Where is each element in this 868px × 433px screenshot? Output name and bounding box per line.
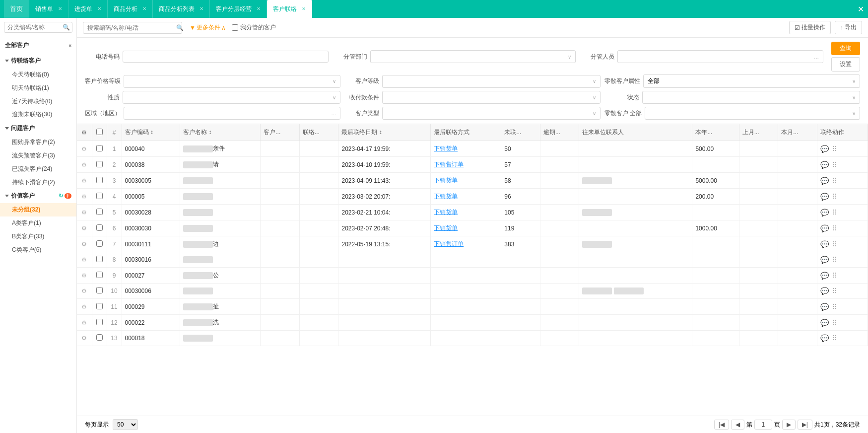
row-checkbox[interactable] (92, 220, 107, 236)
close-product-analysis-tab[interactable]: ✕ (142, 0, 146, 18)
last-contact-date-col-header[interactable]: 最后联络日期 ↕ (338, 124, 431, 141)
per-page-select[interactable]: 50 20 100 (113, 419, 138, 430)
last-page-btn[interactable]: ▶| (798, 420, 812, 430)
region-select[interactable]: … (124, 107, 340, 120)
action-chat-icon[interactable]: 💬 (820, 224, 829, 232)
sidebar-lost-customers[interactable]: 已流失客户(24) (0, 162, 76, 176)
last-month-col-header[interactable]: 上月... (739, 124, 778, 141)
last-contact-method-col-header[interactable]: 最后联络方式 (431, 124, 501, 141)
select-all-checkbox[interactable] (96, 129, 103, 135)
nav-customer-contact[interactable]: 客户联络 ✕ (267, 0, 312, 18)
contact-col-header[interactable]: 联络... (299, 124, 338, 141)
code-col-header[interactable]: 客户编码 ↕ (122, 124, 180, 141)
row-gear[interactable]: ⚙ (77, 220, 92, 236)
nav-product-analysis-list[interactable]: 商品分析列表 ✕ (153, 0, 210, 18)
nav-sales[interactable]: 销售单 ✕ (29, 0, 68, 18)
row-checkbox[interactable] (92, 268, 107, 284)
gear-col-header[interactable]: ⚙ (77, 124, 92, 141)
status-select[interactable]: ∨ (642, 91, 860, 104)
nav-home[interactable]: 首页 (4, 0, 29, 18)
action-menu-icon[interactable]: ⠿ (832, 177, 837, 185)
close-customer-contact-tab[interactable]: ✕ (302, 0, 306, 18)
close-customer-segment-tab[interactable]: ✕ (257, 0, 261, 18)
price-level-select[interactable]: ∨ (124, 75, 340, 88)
action-menu-icon[interactable]: ⠿ (832, 145, 837, 153)
my-customers-checkbox[interactable] (232, 24, 238, 31)
row-checkbox[interactable] (92, 189, 107, 205)
row-checkbox[interactable] (92, 331, 107, 346)
prev-page-btn[interactable]: ◀ (731, 420, 744, 430)
action-chat-icon[interactable]: 💬 (820, 319, 829, 327)
action-chat-icon[interactable]: 💬 (820, 177, 829, 185)
row-checkbox[interactable] (92, 205, 107, 220)
sidebar-today-pending[interactable]: 今天待联络(0) (0, 68, 76, 81)
action-chat-icon[interactable]: 💬 (820, 272, 829, 280)
value-refresh-icon[interactable]: ↻ (59, 193, 63, 199)
sidebar-collapse-icon[interactable]: « (68, 43, 71, 48)
scattered-select[interactable]: ∨ (645, 107, 860, 120)
sidebar-section-pending[interactable]: 待联络客户 (0, 54, 76, 68)
action-chat-icon[interactable]: 💬 (820, 256, 829, 264)
sidebar-section-value[interactable]: 价值客户 ↻ F (0, 189, 76, 203)
customer-type-select[interactable]: ∨ (382, 107, 600, 120)
sidebar-class-c[interactable]: C类客户(6) (0, 243, 76, 257)
this-month-col-header[interactable]: 本月... (778, 124, 817, 141)
action-menu-icon[interactable]: ⠿ (832, 240, 837, 248)
action-chat-icon[interactable]: 💬 (820, 161, 829, 169)
sidebar-declining-customers[interactable]: 持续下滑客户(2) (0, 176, 76, 189)
sidebar-tomorrow-pending[interactable]: 明天待联络(1) (0, 81, 76, 95)
next-page-btn[interactable]: ▶ (782, 420, 796, 430)
action-menu-icon[interactable]: ⠿ (832, 272, 837, 280)
nav-purchase[interactable]: 进货单 ✕ (68, 0, 108, 18)
row-gear[interactable]: ⚙ (77, 157, 92, 173)
reset-btn[interactable]: 设置 (831, 57, 860, 72)
action-menu-icon[interactable]: ⠿ (832, 161, 837, 169)
row-gear[interactable]: ⚙ (77, 236, 92, 252)
customer-level-select[interactable]: ∨ (382, 75, 600, 88)
row-checkbox[interactable] (92, 299, 107, 315)
manager-select[interactable]: … (617, 50, 823, 63)
close-product-analysis-list-tab[interactable]: ✕ (200, 0, 203, 18)
row-gear[interactable]: ⚙ (77, 331, 92, 346)
more-conditions-btn[interactable]: ▼ 更多条件 ∧ (190, 23, 226, 32)
close-sales-tab[interactable]: ✕ (58, 0, 62, 18)
sidebar-section-problem[interactable]: 问题客户 (0, 121, 76, 136)
export-btn[interactable]: ↑ 导出 (835, 21, 862, 34)
sidebar-overdue-pending[interactable]: 逾期未联络(30) (0, 108, 76, 121)
action-menu-icon[interactable]: ⠿ (832, 209, 837, 216)
row-gear[interactable]: ⚙ (77, 141, 92, 157)
search-input[interactable] (83, 22, 182, 34)
row-gear[interactable]: ⚙ (77, 284, 92, 299)
row-checkbox[interactable] (92, 284, 107, 299)
action-chat-icon[interactable]: 💬 (820, 193, 829, 201)
nature-select[interactable]: ∨ (123, 91, 340, 104)
nav-customer-segment[interactable]: 客户分层经营 ✕ (210, 0, 267, 18)
dept-select[interactable]: ∨ (370, 50, 576, 63)
action-chat-icon[interactable]: 💬 (820, 287, 829, 295)
sidebar-class-b[interactable]: B类客户(33) (0, 230, 76, 243)
page-number-input[interactable] (754, 420, 772, 430)
type-col-header[interactable]: 客户... (261, 124, 300, 141)
batch-operation-btn[interactable]: ☑ 批量操作 (789, 21, 831, 34)
query-btn[interactable]: 查询 (831, 42, 860, 55)
first-page-btn[interactable]: |◀ (714, 420, 729, 430)
phone-input[interactable] (123, 51, 329, 63)
action-menu-icon[interactable]: ⠿ (832, 287, 837, 295)
row-gear[interactable]: ⚙ (77, 173, 92, 189)
action-menu-icon[interactable]: ⠿ (832, 319, 837, 327)
action-menu-icon[interactable]: ⠿ (832, 193, 837, 201)
close-purchase-tab[interactable]: ✕ (97, 0, 101, 18)
search-btn-icon[interactable]: 🔍 (176, 24, 184, 31)
checkbox-col-header[interactable] (92, 124, 107, 141)
sidebar-class-a[interactable]: A类客户(1) (0, 216, 76, 230)
overdue-col-header[interactable]: 逾期... (540, 124, 579, 141)
row-gear[interactable]: ⚙ (77, 205, 92, 220)
action-menu-icon[interactable]: ⠿ (832, 224, 837, 232)
row-checkbox[interactable] (92, 252, 107, 268)
name-col-header[interactable]: 客户名称 ↕ (180, 124, 261, 141)
row-checkbox[interactable] (92, 236, 107, 252)
action-chat-icon[interactable]: 💬 (820, 240, 829, 248)
row-gear[interactable]: ⚙ (77, 299, 92, 315)
action-chat-icon[interactable]: 💬 (820, 334, 829, 342)
window-close-btn[interactable]: ✕ (858, 4, 864, 14)
